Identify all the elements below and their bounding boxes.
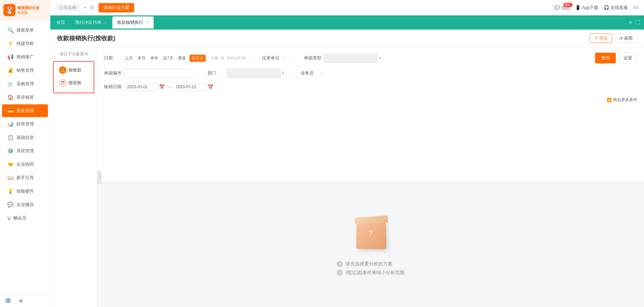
- company-dropdown-icon[interactable]: ▾: [84, 5, 86, 10]
- date-this-year[interactable]: 本年: [149, 55, 160, 62]
- staff-label: 业务员: [301, 70, 317, 76]
- nav-label-6: 资金管理: [16, 108, 34, 114]
- empty-illustration: [351, 215, 391, 256]
- sidebar-item-企业微信[interactable]: 💬企业微信: [2, 198, 48, 211]
- message-icon: 💬: [554, 5, 560, 10]
- tab-expand-icon[interactable]: ⛶: [635, 20, 640, 25]
- filter-sidebar: 按以下方案查询 💰 按收款 ⏰ 按应收 《: [50, 47, 97, 307]
- nav-icon-6: 💳: [7, 108, 14, 114]
- nav-label-10: 企业协同: [16, 161, 34, 167]
- staff-field: 业务员 ···: [301, 70, 325, 76]
- app-download-button[interactable]: 📱 App下载: [575, 5, 598, 11]
- tab-home[interactable]: 首页: [52, 16, 70, 29]
- sidebar-item-基础信息[interactable]: 📋基础信息: [2, 131, 48, 144]
- sidebar-item-智能硬件[interactable]: 💡智能硬件: [2, 185, 48, 198]
- receipt-icon: 💰: [59, 66, 66, 74]
- nav-label-12: 智能硬件: [16, 188, 34, 194]
- sidebar: 🐰 畅捷通好生意 标准版 🔍搜索菜单⚡快捷导航📢营销推广💰销售管理🛒采购管理🏠库…: [0, 0, 50, 307]
- sidebar-item-营销推广[interactable]: 📢营销推广: [2, 51, 48, 63]
- nav-icon-3: 💰: [7, 67, 14, 73]
- empty-tip-1: 1 请先选择要分析的方案: [337, 261, 392, 267]
- dept-select[interactable]: [227, 69, 281, 78]
- page-title: 收款核销执行(按收款): [57, 34, 115, 46]
- bill-no-field: 单据编号: [104, 69, 191, 78]
- writeoff-start-calendar-icon[interactable]: 📅: [159, 84, 165, 90]
- collapse-filter-sidebar-icon[interactable]: 《: [97, 170, 102, 184]
- page-actions: ↗ 导出 ↺ 刷新: [590, 34, 637, 47]
- nav-label-14: 畅会员: [13, 215, 26, 221]
- app-icon: 📱: [575, 5, 581, 10]
- date-last-month[interactable]: 上月: [123, 55, 134, 62]
- filter-row-2: 单据编号 部门 ▾: [104, 68, 637, 78]
- nav-label-3: 销售管理: [16, 67, 34, 73]
- tab-close-icon[interactable]: ✕: [629, 20, 633, 25]
- nav-icon-9: ⚙️: [7, 148, 14, 154]
- top-right: 💬 消息 99+ 📱 App下载 🎧 在线客服 Rit: [554, 5, 639, 11]
- date-more[interactable]: 更多: [177, 55, 187, 62]
- collapse-more-button[interactable]: 🔼 收起更多条件: [104, 96, 637, 103]
- filter-by-receipt[interactable]: 💰 按收款: [56, 64, 91, 76]
- date-this-month[interactable]: 本月: [136, 55, 147, 62]
- empty-box: [356, 221, 386, 249]
- bill-no-label: 单据编号: [104, 70, 121, 76]
- sidebar-nav: 🔍搜索菜单⚡快捷导航📢营销推广💰销售管理🛒采购管理🏠库存核算💳资金管理📊经营管理…: [0, 20, 50, 294]
- sidebar-item-采购管理[interactable]: 🛒采购管理: [2, 78, 48, 90]
- empty-tip-2: 2 用[过滤]条件来缩小分析范围: [337, 270, 405, 276]
- sidebar-item-企业协同[interactable]: 🤝企业协同: [2, 158, 48, 171]
- staff-dots[interactable]: ···: [320, 70, 325, 76]
- date-custom[interactable]: 自定义: [190, 55, 206, 62]
- settings-icon[interactable]: ⚙️: [5, 297, 11, 304]
- nav-icon-0: 🔍: [7, 27, 14, 33]
- nav-label-1: 快捷导航: [16, 41, 34, 47]
- sidebar-item-库存核算[interactable]: 🏠库存核算: [2, 91, 48, 104]
- tip-num-1: 1: [337, 261, 343, 267]
- nav-icon-12: 💡: [7, 188, 14, 194]
- page-header: 收款核销执行(按收款) ↗ 导出 ↺ 刷新: [50, 30, 644, 47]
- industry-button[interactable]: 体验行业方案: [99, 3, 134, 12]
- tab-prepay-close-icon[interactable]: ✕: [104, 20, 107, 25]
- filter-by-receivable[interactable]: ⏰ 按应收: [56, 77, 91, 89]
- bill-no-input[interactable]: [124, 69, 191, 78]
- writeoff-end-calendar-icon[interactable]: 📅: [208, 84, 213, 90]
- sidebar-item-系统管理[interactable]: ⚙️系统管理: [2, 145, 48, 157]
- bill-type-field: 单据类型 ▾: [304, 54, 381, 63]
- date-field: 日期 上月 本月 本年 近7天 更多 自定义: [104, 55, 206, 62]
- writeoff-date-label: 核销日期: [104, 84, 121, 90]
- filter-content-divider: [97, 181, 644, 184]
- writeoff-start-input[interactable]: [124, 83, 158, 91]
- tab-receipt[interactable]: 收款核销执行 ✕: [112, 16, 154, 29]
- sidebar-bottom: ⚙️ ◀︎: [0, 294, 50, 307]
- sidebar-item-新手引导[interactable]: 📖新手引导: [2, 171, 48, 184]
- counterpart-dots[interactable]: ···: [282, 55, 287, 61]
- counterpart-field: 往来单位 ···: [262, 55, 287, 61]
- collapse-sidebar-icon[interactable]: ◀︎: [18, 297, 22, 304]
- nav-icon-13: 💬: [7, 202, 14, 208]
- sidebar-item-资金管理[interactable]: 💳资金管理: [2, 104, 48, 117]
- nav-icon-4: 🛒: [7, 81, 14, 87]
- sidebar-item-经营管理[interactable]: 📊经营管理: [2, 118, 48, 131]
- filter-row-3: 核销日期 📅 — 📅: [104, 83, 637, 91]
- writeoff-date-field: 核销日期 📅 — 📅: [104, 83, 213, 91]
- logo-area: 🐰 畅捷通好生意 标准版: [0, 0, 50, 20]
- writeoff-end-input[interactable]: [173, 83, 206, 91]
- messages-button[interactable]: 💬 消息 99+: [554, 5, 570, 11]
- sidebar-item-畅会员[interactable]: V畅会员: [2, 212, 48, 224]
- settings-button[interactable]: 设置: [619, 53, 637, 63]
- topbar-gear-icon[interactable]: ⚙: [90, 4, 95, 11]
- bill-type-select[interactable]: [324, 54, 378, 63]
- tab-prepay[interactable]: 预付冲应付单 ✕: [70, 16, 112, 29]
- nav-label-0: 搜索菜单: [16, 27, 34, 33]
- nav-label-7: 经营管理: [16, 121, 34, 127]
- nav-icon-1: ⚡: [7, 41, 14, 47]
- filter-form: 日期 上月 本月 本年 近7天 更多 自定义 不限 至: [97, 47, 644, 181]
- refresh-button[interactable]: ↺ 刷新: [615, 34, 637, 43]
- online-service-button[interactable]: 🎧 在线客服: [604, 5, 628, 11]
- counterpart-label: 往来单位: [262, 55, 279, 61]
- query-button[interactable]: 查询: [595, 53, 616, 63]
- sidebar-item-搜索菜单[interactable]: 🔍搜索菜单: [2, 24, 48, 37]
- tab-receipt-close-icon[interactable]: ✕: [146, 20, 149, 25]
- export-button[interactable]: ↗ 导出: [590, 34, 612, 43]
- sidebar-item-销售管理[interactable]: 💰销售管理: [2, 64, 48, 77]
- date-7days[interactable]: 近7天: [162, 55, 175, 62]
- sidebar-item-快捷导航[interactable]: ⚡快捷导航: [2, 37, 48, 50]
